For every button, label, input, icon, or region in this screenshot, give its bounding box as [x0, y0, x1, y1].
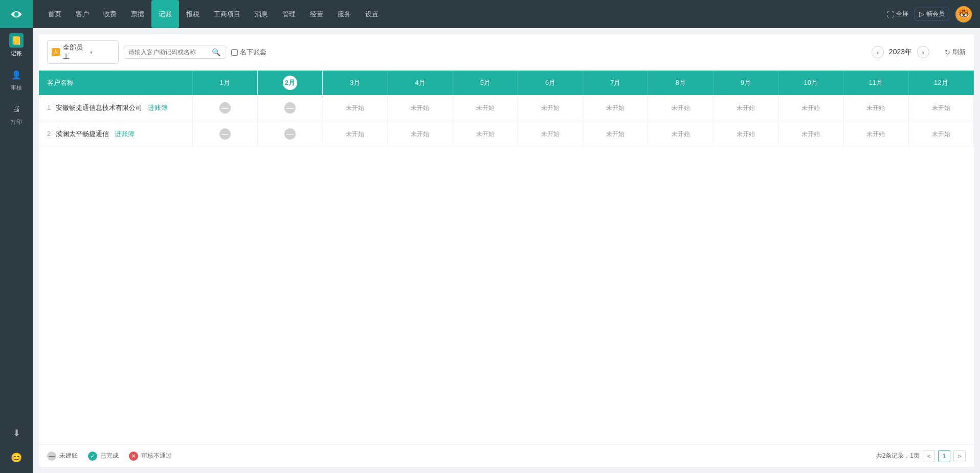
col-customer-name: 客户名称 — [39, 71, 192, 95]
row1-feb: — — [257, 95, 322, 121]
row1-apr: 未开始 — [388, 95, 453, 121]
nav-message[interactable]: 消息 — [248, 0, 275, 28]
row2-enter-link[interactable]: 进账簿 — [115, 130, 135, 138]
row1-jan: — — [192, 95, 257, 121]
row2-sep-status: 未开始 — [737, 130, 755, 138]
row2-feb: — — [257, 121, 322, 147]
sidebar-help-btn[interactable]: 😊 — [0, 447, 33, 468]
legend-rejected: ✕ 审核不通过 — [129, 452, 172, 461]
row2-jan-status: — — [219, 128, 231, 140]
row2-jul: 未开始 — [583, 121, 648, 147]
table-header-row: 客户名称 1月 2月 3月 4月 5月 6月 7月 8月 9月 — [39, 71, 974, 95]
table-footer: — 未建账 ✓ 已完成 ✕ 审核不通过 共2条记录，1页 < 1 > — [39, 444, 974, 467]
sidebar-item-bookkeeping-label: 记账 — [11, 50, 22, 57]
legend-completed: ✓ 已完成 — [88, 452, 119, 461]
nav-fee[interactable]: 收费 — [96, 0, 124, 28]
top-nav: 首页 客户 收费 票据 记账 报税 工商项目 消息 管理 经营 服务 设置 ⛶ … — [33, 0, 980, 28]
row2-nov-status: 未开始 — [866, 130, 885, 138]
row1-mar-status: 未开始 — [346, 104, 364, 111]
nav-tax[interactable]: 报税 — [179, 0, 207, 28]
year-navigation: ‹ 2023年 › — [872, 46, 929, 58]
svg-point-0 — [14, 12, 19, 16]
employee-filter-select[interactable]: 人 全部员工 ▾ — [47, 40, 119, 64]
col-aug: 8月 — [648, 71, 713, 95]
nav-customer[interactable]: 客户 — [69, 0, 96, 28]
row2-index: 2 — [47, 130, 51, 138]
employee-icon: 人 — [52, 48, 60, 56]
prev-page-button[interactable]: < — [923, 450, 935, 462]
row2-may-status: 未开始 — [476, 130, 495, 138]
row2-apr: 未开始 — [388, 121, 453, 147]
row2-mar-status: 未开始 — [346, 130, 364, 138]
col-jan: 1月 — [192, 71, 257, 95]
nav-manage[interactable]: 管理 — [275, 0, 303, 28]
row2-oct-status: 未开始 — [801, 130, 820, 138]
nav-service[interactable]: 服务 — [330, 0, 358, 28]
row2-aug: 未开始 — [648, 121, 713, 147]
row1-sep: 未开始 — [713, 95, 778, 121]
user-avatar[interactable]: 🐯 — [955, 6, 972, 22]
search-button[interactable]: 🔍 — [211, 48, 221, 56]
legend-not-started-label: 未建账 — [59, 452, 78, 460]
row1-oct-status: 未开始 — [801, 104, 820, 111]
active-month-circle: 2月 — [283, 76, 297, 90]
sidebar-download-btn[interactable]: ⬇ — [0, 423, 33, 443]
year-display: 2023年 — [889, 48, 912, 57]
col-jul: 7月 — [583, 71, 648, 95]
pagination: 共2条记录，1页 < 1 > — [876, 450, 966, 462]
row1-dec: 未开始 — [908, 95, 973, 121]
row2-customer: 2 漠澜太平畅捷通信 进账簿 — [39, 121, 192, 147]
row2-sep: 未开始 — [713, 121, 778, 147]
sidebar: 📒 记账 👤 审核 🖨 打印 ⬇ 😊 — [0, 0, 33, 473]
row1-aug: 未开始 — [648, 95, 713, 121]
vip-button[interactable]: ▷ 畅会员 — [915, 8, 949, 20]
my-accounts-checkbox-wrap[interactable]: 名下账套 — [231, 48, 266, 57]
refresh-button[interactable]: ↻ 刷新 — [945, 48, 966, 57]
sidebar-item-print[interactable]: 🖨 打印 — [0, 97, 33, 131]
row1-oct: 未开始 — [778, 95, 843, 121]
row1-jan-status: — — [219, 102, 231, 114]
fullscreen-button[interactable]: ⛶ 全屏 — [887, 10, 908, 18]
nav-bookkeeping[interactable]: 记账 — [151, 0, 179, 28]
print-icon-box: 🖨 — [9, 102, 24, 116]
row2-dec: 未开始 — [908, 121, 973, 147]
nav-invoice[interactable]: 票据 — [124, 0, 151, 28]
row1-aug-status: 未开始 — [672, 104, 690, 111]
search-input[interactable] — [128, 49, 211, 56]
row2-may: 未开始 — [453, 121, 518, 147]
legend-teal-dot: ✓ — [88, 452, 97, 461]
my-accounts-checkbox[interactable] — [231, 49, 238, 56]
row1-nov-status: 未开始 — [866, 104, 885, 111]
nav-home[interactable]: 首页 — [41, 0, 69, 28]
logo[interactable] — [0, 0, 33, 28]
col-nov: 11月 — [843, 71, 908, 95]
content-area: 人 全部员工 ▾ 🔍 名下账套 ‹ 2023年 › — [33, 28, 980, 473]
row1-may: 未开始 — [453, 95, 518, 121]
prev-year-button[interactable]: ‹ — [872, 46, 884, 58]
nav-settings[interactable]: 设置 — [358, 0, 386, 28]
sidebar-item-audit[interactable]: 👤 审核 — [0, 62, 33, 97]
sidebar-bottom: ⬇ 😊 — [0, 423, 33, 473]
col-sep: 9月 — [713, 71, 778, 95]
current-page-display: 1 — [938, 450, 950, 462]
fullscreen-icon: ⛶ — [887, 10, 894, 18]
legend-completed-label: 已完成 — [100, 452, 119, 460]
row2-jun: 未开始 — [518, 121, 583, 147]
next-year-button[interactable]: › — [917, 46, 929, 58]
next-page-button[interactable]: > — [953, 450, 966, 462]
row2-aug-status: 未开始 — [672, 130, 690, 138]
nav-operation[interactable]: 经营 — [303, 0, 330, 28]
row2-jun-status: 未开始 — [541, 130, 560, 138]
row1-mar: 未开始 — [323, 95, 388, 121]
nav-business[interactable]: 工商项目 — [207, 0, 248, 28]
col-mar: 3月 — [323, 71, 388, 95]
employee-filter-label: 全部员工 — [63, 43, 87, 61]
sidebar-item-bookkeeping[interactable]: 📒 记账 — [0, 28, 33, 62]
data-table-wrap: 客户名称 1月 2月 3月 4月 5月 6月 7月 8月 9月 — [39, 71, 974, 444]
toolbar: 人 全部员工 ▾ 🔍 名下账套 ‹ 2023年 › — [39, 34, 974, 71]
sidebar-item-audit-label: 审核 — [11, 84, 22, 92]
avatar-emoji: 🐯 — [958, 9, 969, 20]
row2-jul-status: 未开始 — [606, 130, 625, 138]
data-table: 客户名称 1月 2月 3月 4月 5月 6月 7月 8月 9月 — [39, 71, 974, 147]
row1-enter-link[interactable]: 进账簿 — [148, 104, 168, 111]
